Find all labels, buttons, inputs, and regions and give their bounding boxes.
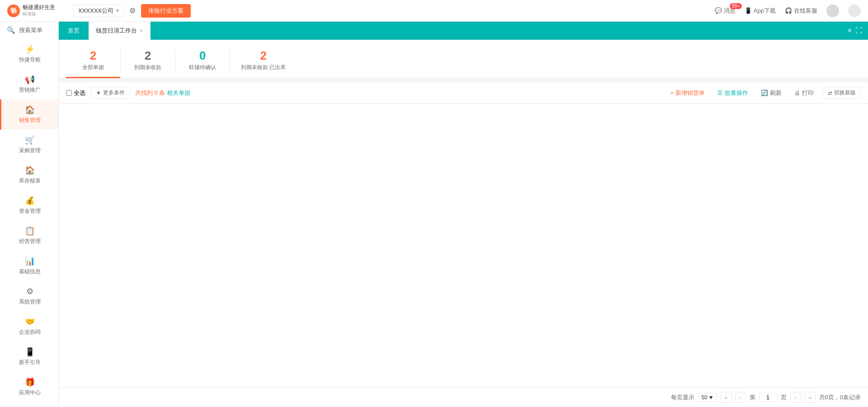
sidebar-item-sales[interactable]: 🏠 销售管理 [0,99,58,130]
tab-home[interactable]: 首页 [59,22,89,40]
logo-icon: 畅 [7,5,20,17]
avatar-placeholder[interactable] [848,5,861,17]
sidebar-item-guide[interactable]: 📱 新手引导 [0,342,58,372]
switch-version-btn[interactable]: ⇄ 切换新版 [823,87,861,99]
tab-maximize-btn[interactable]: ⛶ [855,27,863,35]
related-link[interactable]: 相关单据 [167,89,190,96]
sidebar-item-purchase[interactable]: 🛒 采购管理 [0,130,58,160]
add-order-btn[interactable]: + 新增销货单 [667,87,708,99]
sidebar-item-system[interactable]: ⚙ 系统管理 [0,281,58,311]
toolbar: 全选 ▼ 更多条件 共找到 0 条 相关单据 + 新增销货单 ☰ 批量操作 [59,82,868,104]
last-page-btn[interactable]: » [805,392,816,403]
sidebar-item-basic-info[interactable]: 📊 基础信息 [0,251,58,281]
sidebar-item-label: 企业协同 [19,328,41,336]
page-unit: 页 [781,393,787,402]
company-selector[interactable]: XXXXXX公司 ▼ [73,5,125,17]
purchase-icon: 🛒 [25,135,35,145]
finance-icon: 💰 [25,196,35,206]
total-count: 共0页，0条记录 [819,393,861,402]
print-btn[interactable]: 🖨 打印 [791,87,817,99]
page-size-select[interactable]: 50 ▼ [698,393,717,402]
filter-icon: ▼ [96,90,101,96]
stat-number-overdue: 2 [145,49,151,63]
stat-number-unshipped: 2 [260,49,266,63]
header-right: 💬 消息 99+ 📱 App下载 🎧 在线客服 [715,5,861,17]
settings-icon[interactable]: ⚙ [129,6,136,15]
sidebar-item-wechat[interactable]: 💬 企业微信 [0,402,58,407]
switch-icon: ⇄ [828,90,832,96]
message-item[interactable]: 💬 消息 99+ [715,7,736,15]
tab-active[interactable]: 钱货日清工作台 × [89,22,151,40]
stat-tab-unshipped[interactable]: 2 到期未收款 已出库 [230,45,297,78]
tab-actions: × ⛶ [848,27,868,35]
sidebar-search-label: 搜索菜单 [19,26,42,34]
batch-icon: ☰ [717,89,723,96]
sidebar-item-label: 应用中心 [19,389,41,397]
main-layout: 🔍 搜索菜单 ⚡ 快捷导航 📢 营销推广 🏠 销售管理 🛒 采购管理 🏠 库存核… [0,22,868,407]
main-content: 首页 钱货日清工作台 × × ⛶ 2 全部单据 2 到期未收款 [59,22,868,407]
first-page-btn[interactable]: « [721,392,731,403]
next-page-btn[interactable]: › [790,392,801,403]
online-service-icon: 🎧 [785,7,792,14]
count-prefix: 共找到 [135,89,153,96]
sidebar-item-marketing[interactable]: 📢 营销推广 [0,69,58,99]
count-value: 0 [155,89,158,96]
stat-tab-all[interactable]: 2 全部单据 [66,45,120,78]
logo-sub: 标准版 [23,11,55,17]
content-area: 2 全部单据 2 到期未收款 0 旺辅待确认 2 到期未收款 已出库 [59,40,868,407]
page-size-dropdown-icon: ▼ [708,394,714,401]
basic-info-icon: 📊 [25,256,35,266]
sidebar-item-label: 销售管理 [19,117,41,124]
system-icon: ⚙ [26,286,33,296]
prev-page-btn[interactable]: ‹ [735,392,746,403]
sidebar-item-finance[interactable]: 💰 资金管理 [0,190,58,220]
app-download-label: App下载 [754,7,776,15]
marketing-icon: 📢 [25,75,35,84]
select-all-input[interactable] [66,90,72,96]
stat-tab-wangwang[interactable]: 0 旺辅待确认 [175,45,230,78]
batch-btn[interactable]: ☰ 批量操作 [714,87,752,99]
count-unit: 条 [159,89,165,96]
filter-button[interactable]: ▼ 更多条件 [91,87,130,99]
app-download-icon: 📱 [745,7,752,14]
stat-label-unshipped: 到期未收款 已出库 [241,64,286,71]
message-icon: 💬 [715,7,722,14]
tab-bar: 首页 钱货日清工作台 × × ⛶ [59,22,868,40]
sidebar-item-label: 新手引导 [19,359,41,366]
logo-area: 畅 畅捷通好生意 标准版 [7,4,66,18]
sidebar-search[interactable]: 🔍 搜索菜单 [0,22,58,39]
result-count: 共找到 0 条 相关单据 [135,89,190,97]
stat-label-overdue: 到期未收款 [134,64,161,71]
sidebar-item-label: 采购管理 [19,147,41,154]
sidebar-item-operations[interactable]: 📋 经营管理 [0,220,58,251]
sidebar-item-quick-nav[interactable]: ⚡ 快捷导航 [0,39,58,69]
stat-number-wangwang: 0 [199,49,206,63]
tab-label: 钱货日清工作台 [96,27,137,35]
online-service-item[interactable]: 🎧 在线客服 [785,7,817,15]
app-download-item[interactable]: 📱 App下载 [745,7,776,15]
page-input[interactable] [759,393,777,402]
sidebar-item-app-center[interactable]: 🎁 应用中心 [0,372,58,402]
quick-nav-icon: ⚡ [25,44,35,54]
sidebar-item-label: 营销推广 [19,86,41,94]
select-all-checkbox[interactable]: 全选 [66,89,85,97]
top-header: 畅 畅捷通好生意 标准版 XXXXXX公司 ▼ ⚙ 体验行业方案 💬 消息 99… [0,0,868,22]
search-icon: 🔍 [7,26,15,34]
trial-button[interactable]: 体验行业方案 [141,4,191,18]
tab-close-icon[interactable]: × [140,28,143,34]
stat-tab-overdue[interactable]: 2 到期未收款 [121,45,175,78]
pagination: 每页显示 50 ▼ « ‹ 第 页 › » 共0页，0条记录 [59,387,868,407]
page-size-value: 50 [701,394,707,401]
refresh-btn[interactable]: 🔄 刷新 [757,87,785,99]
operations-icon: 📋 [25,226,35,236]
guide-icon: 📱 [25,347,35,357]
stat-label-wangwang: 旺辅待确认 [189,64,216,71]
online-service-label: 在线客服 [794,7,817,15]
sidebar-item-cooperation[interactable]: 🤝 企业协同 [0,311,58,342]
message-badge: 99+ [730,3,742,9]
page-size-label: 每页显示 [671,393,694,402]
avatar[interactable] [826,5,839,17]
sidebar-item-inventory[interactable]: 🏠 库存核算 [0,160,58,190]
sidebar-item-label: 经营管理 [19,238,41,245]
tab-minimize-btn[interactable]: × [848,27,852,35]
